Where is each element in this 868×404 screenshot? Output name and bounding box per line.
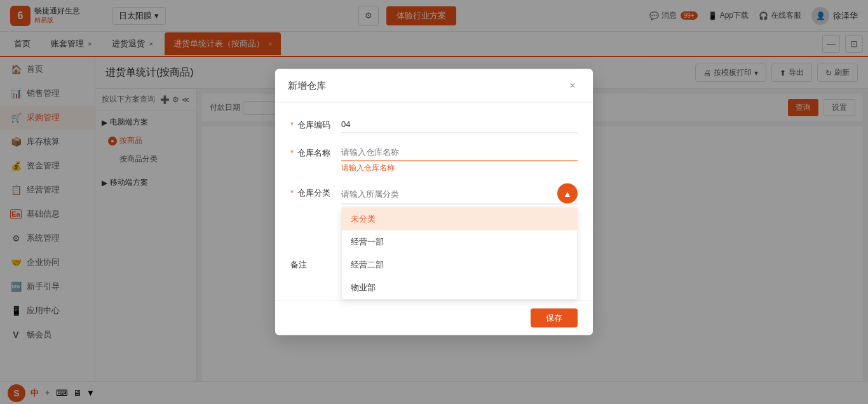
dropdown-item-ops1[interactable]: 经营一部 xyxy=(342,231,577,253)
warehouse-classify-row: * 仓库分类 ▲ 未分类 经营一部 经营二部 物业部 xyxy=(290,184,578,205)
name-error-msg: 请输入仓库名称 xyxy=(341,163,578,173)
dropdown-item-property[interactable]: 物业部 xyxy=(342,276,577,299)
modal-footer: 保存 xyxy=(275,300,593,335)
warehouse-code-row: * 仓库编码 xyxy=(290,116,578,133)
code-control xyxy=(341,116,578,133)
dropdown-item-ops2[interactable]: 经营二部 xyxy=(342,253,577,276)
classify-input-wrap: ▲ xyxy=(341,184,578,205)
classify-control: ▲ 未分类 经营一部 经营二部 物业部 xyxy=(341,184,578,205)
modal-close-button[interactable]: × xyxy=(565,78,580,93)
warehouse-name-row: * 仓库名称 请输入仓库名称 xyxy=(290,144,578,173)
classify-toggle-button[interactable]: ▲ xyxy=(557,184,578,204)
code-label: * 仓库编码 xyxy=(290,116,341,131)
note-label: 备注 xyxy=(290,255,341,271)
modal-header: 新增仓库 × xyxy=(275,69,593,103)
warehouse-code-input[interactable] xyxy=(341,116,578,133)
warehouse-name-input[interactable] xyxy=(341,144,578,161)
dropdown-item-uncategorized[interactable]: 未分类 xyxy=(342,208,577,231)
save-button[interactable]: 保存 xyxy=(531,309,578,328)
classify-label: * 仓库分类 xyxy=(290,184,341,199)
modal-body: * 仓库编码 * 仓库名称 请输入仓库名称 * 仓库分类 xyxy=(275,103,593,300)
modal-title: 新增仓库 xyxy=(288,79,326,91)
classify-input[interactable] xyxy=(341,185,557,202)
name-label: * 仓库名称 xyxy=(290,144,341,159)
classify-dropdown: 未分类 经营一部 经营二部 物业部 xyxy=(341,207,578,300)
name-control: 请输入仓库名称 xyxy=(341,144,578,173)
new-warehouse-modal: 新增仓库 × * 仓库编码 * 仓库名称 请输入仓库名称 xyxy=(275,69,593,335)
